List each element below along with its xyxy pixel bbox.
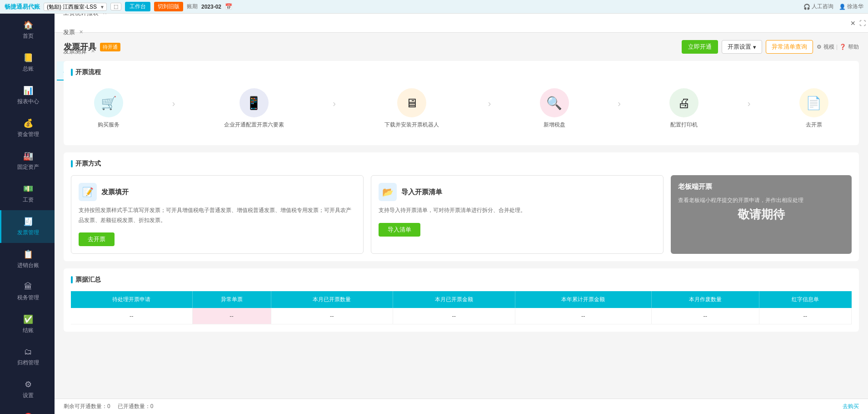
summary-cell-3: -- [393, 308, 515, 324]
summary-header: 待处理开票申请 [71, 291, 192, 308]
tab-bar-actions: ✕ ⛶ [850, 20, 866, 27]
sidebar-icon-assets: 🏭 [23, 151, 33, 161]
summary-cell-5: -- [651, 308, 759, 324]
open-now-button[interactable]: 立即开通 [682, 40, 718, 54]
restore-tab-button[interactable]: ⛶ [859, 20, 866, 27]
content-area: 首页工资表✕工资统计报表✕发票✕发票测算✕发票开具✕ ✕ ⛶ 发票开具 待开通 … [55, 14, 868, 414]
summary-data-row: -------------- [71, 308, 852, 324]
sidebar-icon-settings: ⚙ [25, 379, 32, 389]
flow-step-buy[interactable]: 🛒 购买服务 [94, 88, 123, 129]
summary-header: 本月已开票金额 [393, 291, 515, 308]
tab-label-payroll_report: 工资统计报表 [63, 14, 99, 17]
summary-header: 本月作废数量 [651, 291, 759, 308]
help-icon: ❓ [839, 44, 846, 50]
flow-arrow-2: › [488, 98, 491, 109]
sidebar-item-tax[interactable]: 🏛税务管理 [0, 276, 55, 308]
sidebar-label-funds: 资金管理 [17, 131, 39, 138]
flow-step-enterprise[interactable]: 📱 企业开通配置开票六要素 [224, 88, 284, 129]
app-logo: 畅捷通易代账 [5, 3, 40, 11]
flow-step-printer[interactable]: 🖨 配置打印机 [669, 88, 698, 129]
methods-section: 开票方式 📝 发票填开 支持按照发票样式手工填写开发票；可开具增值税电子普通发票… [64, 152, 859, 261]
summary-section: 票据汇总 待处理开票申请异常单票本月已开票数量本月已开票金额本年累计开票金额本月… [64, 268, 859, 332]
company-select[interactable]: (勉励) 江西服室-LSS [44, 3, 107, 11]
sidebar-label-settings: 设置 [23, 392, 34, 399]
sidebar-item-ledger[interactable]: 📒总账 [0, 46, 55, 79]
sidebar-icon-reports: 📊 [23, 86, 33, 96]
flow-step-label-open_invoice: 去开票 [806, 121, 822, 129]
sidebar-item-home[interactable]: 🏠首页 [0, 14, 55, 46]
flow-step-icon-download: 🖥 [397, 88, 426, 117]
sidebar-label-invoice: 发票管理 [17, 229, 39, 237]
copy-button[interactable]: ⬚ [110, 3, 121, 10]
sidebar-item-purchase[interactable]: 📋进销台账 [0, 243, 55, 276]
sidebar-label-home: 首页 [23, 32, 34, 40]
flow-step-label-buy: 购买服务 [98, 121, 120, 129]
calendar-icon[interactable]: 📅 [225, 3, 232, 10]
sidebar-label-ledger: 总账 [23, 65, 34, 73]
sidebar-label-purchase: 进销台账 [17, 262, 39, 269]
import-open-button[interactable]: 导入清单 [379, 223, 420, 237]
headset-icon: 🎧 [803, 4, 810, 10]
workbench-button[interactable]: 工作台 [125, 2, 150, 11]
summary-cell-0: -- [71, 308, 192, 324]
flow-arrow-3: › [618, 98, 621, 109]
sidebar-icon-guide: 🎯 [23, 412, 33, 414]
manual-title: 发票填开 [101, 188, 129, 197]
flow-step-icon-buy: 🛒 [94, 88, 123, 117]
sidebar-label-settlement: 结账 [23, 327, 34, 334]
footer-opened: 已开通数量：0 [118, 403, 154, 410]
service-button[interactable]: 🎧 人工咨询 [803, 3, 833, 10]
methods-section-title: 开票方式 [71, 160, 852, 168]
summary-header: 本年累计开票金额 [515, 291, 651, 308]
top-bar: 畅捷通易代账 (勉励) 江西服室-LSS ⬚ 工作台 切到旧版 账期 2023-… [0, 0, 868, 14]
main-layout: 🏠首页📒总账📊报表中心💰资金管理🏭固定资产💵工资🧾发票管理📋进销台账🏛税务管理✅… [0, 14, 868, 414]
sidebar: 🏠首页📒总账📊报表中心💰资金管理🏭固定资产💵工资🧾发票管理📋进销台账🏛税务管理✅… [0, 14, 55, 414]
page-header: 发票开具 待开通 立即开通 开票设置 ▾ 异常清单查询 ⚙ 视模 | ❓ [64, 40, 859, 54]
method-cards: 📝 发票填开 支持按照发票样式手工填写开发票；可开具增值税电子普通发票、增值税普… [71, 175, 852, 254]
flow-step-taxbox[interactable]: 🔍 新增税盘 [540, 88, 569, 129]
flow-arrow-4: › [748, 98, 751, 109]
tab-payroll_report[interactable]: 工资统计报表✕ [57, 14, 113, 23]
flow-step-icon-taxbox: 🔍 [540, 88, 569, 117]
flow-step-download[interactable]: 🖥 下载并安装开票机器人 [384, 88, 439, 129]
flow-section-title: 开票流程 [71, 68, 852, 76]
flow-step-label-taxbox: 新增税盘 [544, 121, 565, 129]
sidebar-item-payroll[interactable]: 💵工资 [0, 177, 55, 210]
period-label: 账期 [187, 3, 198, 10]
method-card-old: 老板端开票 查看老板端小程序提交的开票申请，并作出相应处理 敬请期待 [671, 175, 852, 254]
status-badge: 待开通 [100, 43, 120, 51]
top-bar-left: 畅捷通易代账 (勉励) 江西服室-LSS ⬚ 工作台 切到旧版 账期 2023-… [5, 2, 232, 11]
flow-step-label-download: 下载并安装开票机器人 [384, 121, 439, 129]
close-tab-button[interactable]: ✕ [850, 20, 856, 27]
sidebar-item-settlement[interactable]: ✅结账 [0, 308, 55, 341]
sidebar-item-guide[interactable]: 🎯新手引导 [0, 406, 55, 414]
sidebar-item-reports[interactable]: 📊报表中心 [0, 79, 55, 112]
tab-close-payroll_report[interactable]: ✕ [103, 14, 107, 16]
abnormal-query-button[interactable]: 异常清单查询 [766, 40, 813, 54]
flow-step-open_invoice[interactable]: 📄 去开票 [799, 88, 828, 129]
footer-remaining: 剩余可开通数量：0 [64, 403, 110, 410]
top-bar-right: 🎧 人工咨询 👤 徐洛华 [803, 3, 863, 10]
sidebar-item-settings[interactable]: ⚙设置 [0, 373, 55, 406]
sidebar-item-funds[interactable]: 💰资金管理 [0, 112, 55, 145]
summary-header: 异常单票 [192, 291, 271, 308]
sidebar-item-assets[interactable]: 🏭固定资产 [0, 145, 55, 177]
user-menu[interactable]: 👤 徐洛华 [839, 3, 863, 10]
sidebar-icon-payroll: 💵 [23, 184, 33, 194]
flow-step-label-printer: 配置打印机 [670, 121, 698, 129]
avatar-icon: 👤 [839, 4, 846, 10]
flow-step-icon-open_invoice: 📄 [799, 88, 828, 117]
summary-cell-2: -- [271, 308, 393, 324]
method-card-manual-header: 📝 发票填开 [79, 183, 356, 201]
summary-header-row: 待处理开票申请异常单票本月已开票数量本月已开票金额本年累计开票金额本月作废数量红… [71, 291, 852, 308]
sidebar-item-invoice[interactable]: 🧾发票管理 [0, 210, 55, 243]
flow-step-icon-printer: 🖨 [669, 88, 698, 117]
sidebar-item-archive[interactable]: 🗂归档管理 [0, 341, 55, 373]
flow-section: 开票流程 🛒 购买服务 › 📱 企业开通配置开票六要素 › 🖥 下载并安装开票机… [64, 61, 859, 145]
manual-open-button[interactable]: 去开票 [79, 232, 115, 246]
open-settings-button[interactable]: 开票设置 ▾ [722, 40, 762, 54]
old-version-button[interactable]: 切到旧版 [154, 2, 183, 11]
footer-buy-link[interactable]: 去购买 [843, 403, 859, 410]
settings-icon: ⚙ [817, 44, 822, 50]
flow-step-label-enterprise: 企业开通配置开票六要素 [224, 121, 284, 129]
